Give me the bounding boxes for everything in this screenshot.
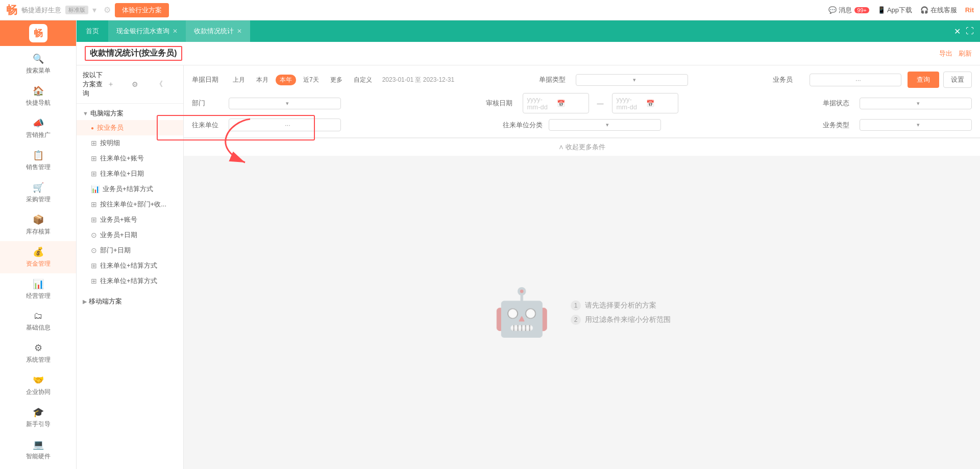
- app-title: 畅捷通好生意: [21, 6, 61, 15]
- scheme-item-salesperson-account[interactable]: ⊞ 业务员+账号: [77, 212, 183, 227]
- doctype-label: 单据类型: [539, 75, 570, 84]
- review-date-from[interactable]: yyyy-mm-dd 📅: [523, 93, 589, 113]
- sidebar-label-collab: 企业协同: [26, 388, 51, 396]
- filter-row-3: 往来单位 ··· 往来单位分类 ▾ 业务类型: [192, 119, 972, 131]
- date-tab-custom[interactable]: 自定义: [350, 75, 376, 85]
- tab-bank-flow-close[interactable]: ✕: [173, 28, 178, 35]
- sidebar-item-marketing[interactable]: 📣 营销推广: [0, 112, 76, 145]
- partner-more-icon[interactable]: ···: [285, 121, 334, 129]
- scheme-item-partner-date[interactable]: ⊞ 往来单位+日期: [77, 166, 183, 181]
- collab-icon: 🤝: [33, 374, 44, 386]
- sidebar-item-system[interactable]: ⚙ 系统管理: [0, 337, 76, 369]
- close-window-icon[interactable]: ✕: [954, 27, 961, 36]
- sidebar-item-collab[interactable]: 🤝 企业协同: [0, 369, 76, 402]
- scheme-icon-3: ⊞: [91, 170, 97, 178]
- scheme-item-partner-payment-2[interactable]: ⊞ 往来单位+结算方式: [77, 273, 183, 289]
- empty-illustration: 🤖: [493, 286, 550, 339]
- date-tab-lastmonth[interactable]: 上月: [229, 75, 249, 85]
- biztype-chevron-icon: ▾: [917, 122, 967, 128]
- sidebar-label-sales: 销售管理: [26, 163, 51, 172]
- scheme-item-detail[interactable]: ⊞ 按明细: [77, 135, 183, 151]
- sidebar-item-guide[interactable]: 🎓 新手引导: [0, 402, 76, 434]
- scheme-item-dept-date[interactable]: ⊙ 部门+日期: [77, 243, 183, 258]
- salesperson-more-icon[interactable]: ···: [855, 76, 895, 84]
- setting-button[interactable]: 设置: [943, 72, 972, 88]
- doctype-chevron-icon: ▾: [633, 77, 683, 83]
- sidebar-item-base[interactable]: 🗂 基础信息: [0, 306, 76, 337]
- search-icon: 🔍: [33, 53, 44, 64]
- user-avatar[interactable]: Rit: [965, 6, 974, 14]
- scheme-active-icon: ●: [91, 125, 94, 131]
- sidebar-label-search: 搜索菜单: [26, 66, 51, 75]
- maximize-icon[interactable]: ⛶: [966, 27, 974, 36]
- doctype-select[interactable]: ▾: [576, 74, 688, 86]
- calendar-to-icon[interactable]: 📅: [646, 100, 674, 107]
- collapse-more-btn[interactable]: ∧ 收起更多条件: [184, 138, 980, 156]
- add-scheme-icon[interactable]: ＋: [107, 80, 129, 89]
- calendar-from-icon[interactable]: 📅: [557, 100, 584, 107]
- sidebar-item-sales[interactable]: 📋 销售管理: [0, 145, 76, 177]
- left-panel-header: 按以下方案查询 ＋ ⚙ 《: [77, 65, 183, 104]
- tab-bank-flow[interactable]: 现金银行流水查询 ✕: [108, 20, 186, 42]
- sidebar-label-base: 基础信息: [26, 323, 51, 332]
- date-tab-thismonth[interactable]: 本月: [252, 75, 273, 85]
- scheme-item-partner-dept[interactable]: ⊞ 按往来单位+部门+收...: [77, 197, 183, 212]
- mobile-group-header[interactable]: ▶ 移动端方案: [77, 295, 183, 308]
- export-button[interactable]: 导出: [939, 49, 952, 58]
- sidebar-item-wechat[interactable]: 💬 企业微信: [0, 466, 76, 469]
- sidebar-item-inventory[interactable]: 📦 库存核算: [0, 209, 76, 241]
- messages-btn[interactable]: 💬 消息 99+: [828, 6, 869, 15]
- ops-icon: 📊: [33, 278, 44, 290]
- sidebar: 畅 🔍 搜索菜单 🏠 快捷导航 📣 营销推广 📋 销售管理: [0, 20, 77, 469]
- tab-receipts[interactable]: 收款情况统计 ✕: [186, 20, 250, 42]
- mobile-scheme-group: ▶ 移动端方案: [77, 292, 183, 311]
- partner-class-select[interactable]: ▾: [549, 119, 661, 131]
- review-date-to[interactable]: yyyy-mm-dd 📅: [612, 93, 678, 113]
- filter-row-2: 部门 ▾ 审核日期 yyyy-mm-dd 📅 — y: [192, 93, 972, 113]
- scheme-icon-2: ⊞: [91, 154, 97, 162]
- main-content-empty: 🤖 1 请先选择要分析的方案 2 用过滤条件来缩小分析范围: [184, 156, 980, 469]
- page-body: 按以下方案查询 ＋ ⚙ 《 ▼ 电脑端方案 ● 按业务员 ⊞: [77, 65, 980, 469]
- sidebar-item-purchase[interactable]: 🛒 采购管理: [0, 177, 76, 209]
- online-service-btn[interactable]: 🎧 在线客服: [920, 6, 957, 15]
- docstatus-select[interactable]: ▾: [860, 98, 972, 109]
- tab-bar: 首页 现金银行流水查询 ✕ 收款情况统计 ✕ ✕ ⛶: [77, 20, 980, 42]
- logo-icon: 畅: [29, 24, 47, 42]
- manage-scheme-icon[interactable]: ⚙: [132, 80, 153, 88]
- base-icon: 🗂: [34, 311, 43, 321]
- tab-bank-flow-label: 现金银行流水查询: [116, 27, 169, 36]
- dept-select[interactable]: ▾: [229, 98, 341, 109]
- empty-state-container: 🤖 1 请先选择要分析的方案 2 用过滤条件来缩小分析范围: [493, 286, 671, 339]
- app-download-btn[interactable]: 📱 App下载: [877, 6, 912, 15]
- date-tab-more[interactable]: 更多: [326, 75, 347, 85]
- top-bar: 畅 畅捷通好生意 标准版 ▾ ⚙ 体验行业方案 💬 消息 99+ 📱 App下载…: [0, 0, 980, 20]
- collapse-panel-icon[interactable]: 《: [156, 80, 177, 89]
- trial-button[interactable]: 体验行业方案: [115, 3, 169, 17]
- scheme-item-partner-payment-1[interactable]: ⊞ 往来单位+结算方式: [77, 258, 183, 273]
- tab-home[interactable]: 首页: [77, 20, 108, 42]
- docstatus-chevron-icon: ▾: [917, 100, 967, 107]
- scheme-item-salesperson[interactable]: ● 按业务员: [77, 120, 183, 135]
- sidebar-item-search[interactable]: 🔍 搜索菜单: [0, 48, 76, 80]
- scheme-item-label-4: 业务员+结算方式: [103, 184, 153, 194]
- sidebar-label-guide: 新手引导: [26, 420, 51, 429]
- date-tab-7days[interactable]: 近7天: [299, 75, 323, 85]
- scheme-item-salesperson-payment[interactable]: 📊 业务员+结算方式: [77, 181, 183, 197]
- query-button[interactable]: 查询: [908, 72, 939, 88]
- scheme-item-salesperson-date[interactable]: ⊙ 业务员+日期: [77, 227, 183, 243]
- biztype-select[interactable]: ▾: [860, 119, 972, 131]
- tab-receipts-close[interactable]: ✕: [237, 28, 242, 35]
- sidebar-item-ops[interactable]: 📊 经营管理: [0, 273, 76, 306]
- dropdown-icon[interactable]: ▾: [92, 5, 96, 15]
- date-tab-thisyear[interactable]: 本年: [276, 75, 296, 85]
- settings-icon[interactable]: ⚙: [104, 5, 111, 15]
- refresh-button[interactable]: 刷新: [959, 49, 972, 58]
- sidebar-item-nav[interactable]: 🏠 快捷导航: [0, 80, 76, 112]
- partner-select[interactable]: ···: [229, 119, 341, 131]
- top-bar-left: 畅 畅捷通好生意 标准版 ▾ ⚙ 体验行业方案: [6, 3, 169, 18]
- sidebar-item-hardware[interactable]: 💻 智能硬件: [0, 434, 76, 466]
- sidebar-item-finance[interactable]: 💰 资金管理: [0, 241, 76, 273]
- salesperson-select[interactable]: ···: [810, 74, 901, 86]
- scheme-item-partner-account[interactable]: ⊞ 往来单位+账号: [77, 151, 183, 166]
- desktop-group-header[interactable]: ▼ 电脑端方案: [77, 107, 183, 120]
